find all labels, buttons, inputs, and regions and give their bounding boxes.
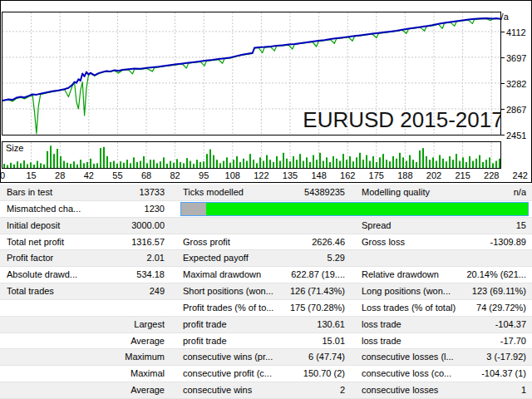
cell-value: 123 (69.11%) [453, 283, 526, 299]
cell-label: consecutive profit (c... [183, 366, 289, 382]
x-axis-label: 188 [397, 170, 412, 181]
cell-value: 1230 [50, 201, 165, 217]
cell-value: 2 [289, 382, 345, 398]
y-axis-label: 3697 [506, 53, 531, 63]
y-axis-label: 2867 [506, 105, 531, 115]
modelling-quality-progress-bar [180, 202, 529, 216]
cell-value: -104.37 [453, 317, 526, 332]
x-axis-label: 28 [55, 170, 65, 181]
cell-value: Largest [50, 317, 165, 332]
cell-value: 1316.57 [50, 234, 165, 250]
cell-value: 534.18 [50, 267, 165, 283]
cell-value: Average [50, 333, 165, 349]
table-row: Absolute drawd...534.18Maximal drawdown6… [0, 267, 532, 283]
cell-value [50, 300, 165, 316]
cell-value: 74 (29.72%) [453, 300, 526, 316]
y-axis-label: 2451 [506, 131, 531, 140]
cell-value: 1 [453, 382, 526, 398]
cell-value: 2626.46 [289, 234, 345, 250]
cell-value: -17.70 [453, 333, 526, 349]
x-axis-label: 15 [26, 170, 36, 181]
cell-value: 15.01 [289, 333, 345, 349]
strategy-tester-report: Balance / Equity / Every tick (the most … [0, 0, 532, 399]
table-row: Total net profit1316.57Gross profit2626.… [0, 234, 532, 251]
table-row: Profit trades (% of to...175 (70.28%)Los… [0, 300, 532, 317]
y-axis-tick [501, 32, 505, 32]
cell-value: 249 [50, 283, 165, 299]
size-subchart-label: Size [6, 143, 23, 153]
x-axis-label: 215 [455, 170, 470, 181]
y-axis-tick [501, 109, 505, 110]
cell-value: Average [50, 382, 165, 398]
progress-gray-segment [181, 203, 206, 215]
cell-value: -104.37 (1) [453, 366, 526, 382]
graph-title: Balance / Equity / Every tick (the most … [3, 2, 509, 12]
size-bars [3, 145, 500, 168]
cell-value: 175 (70.28%) [289, 300, 345, 316]
x-axis-label: 202 [426, 170, 441, 181]
x-axis-label: 68 [141, 170, 151, 181]
chart-canvas: EURUSD 2015-2017 [2, 12, 500, 135]
progress-green-segment [206, 203, 528, 215]
cell-label: consecutive wins (pr... [183, 349, 289, 365]
cell-label: Maximal drawdown [183, 267, 289, 283]
cell-value: n/a [453, 185, 526, 200]
x-axis-label: 95 [199, 170, 209, 181]
symbol-period-watermark: EURUSD 2015-2017 [303, 107, 500, 132]
x-axis-label: 42 [84, 170, 94, 181]
y-axis-tick [501, 135, 505, 135]
table-row: Initial deposit3000.00Spread15 [0, 218, 532, 234]
cell-value: Maximal [50, 366, 165, 382]
x-axis-label: 55 [112, 170, 122, 181]
x-axis-label: 228 [484, 170, 499, 181]
x-axis-label: 82 [170, 170, 180, 181]
table-row: Bars in test13733Ticks modelled54389235M… [0, 185, 532, 201]
table-row: Maximalconsecutive profit (c...150.70 (2… [0, 366, 532, 382]
cell-value: 5.29 [289, 250, 345, 266]
cell-label: consecutive wins [183, 382, 289, 398]
cell-label: Profit trades (% of to... [183, 300, 289, 316]
x-axis-label: 242 [513, 170, 528, 181]
balance-line [2, 18, 500, 101]
balance-equity-chart[interactable]: EURUSD 2015-2017 [2, 12, 501, 135]
table-row: Averageconsecutive wins2consecutive loss… [0, 382, 532, 399]
x-axis-label: 175 [369, 170, 384, 181]
size-subchart: Size [2, 141, 501, 169]
cell-value: 13733 [50, 185, 165, 200]
size-bars-canvas [2, 142, 500, 168]
cell-label: Gross profit [183, 234, 289, 250]
y-axis-label: 4112 [506, 27, 531, 37]
y-axis-tick [501, 83, 505, 84]
x-axis-label: 135 [283, 170, 298, 181]
cell-value: 2.01 [50, 250, 165, 266]
report-table: Bars in test13733Ticks modelled54389235M… [0, 185, 532, 399]
table-row: Mismatched cha...1230 [0, 201, 532, 218]
x-axis-label: 122 [254, 170, 268, 181]
cell-label: profit trade [183, 317, 289, 332]
table-row: Profit factor2.01Expected payoff5.29 [0, 250, 532, 267]
table-row: Largestprofit trade130.61loss trade-104.… [0, 317, 532, 333]
cell-value: Maximum [50, 349, 165, 365]
cell-value [453, 250, 526, 266]
cell-value: 622.87 (19.... [289, 267, 345, 283]
cell-value [289, 218, 345, 234]
x-axis-label: 0 [0, 170, 5, 181]
table-row: Total trades249Short positions (won...12… [0, 283, 532, 300]
y-axis-tick [501, 57, 505, 58]
cell-value: -1309.89 [453, 234, 526, 250]
cell-value: 54389235 [289, 185, 345, 200]
cell-label: profit trade [183, 333, 289, 349]
cell-value: 150.70 (2) [289, 366, 345, 382]
cell-label: Short positions (won... [183, 283, 289, 299]
table-row: Maximumconsecutive wins (pr...6 (47.74)c… [0, 349, 532, 366]
y-axis-label: 3282 [506, 79, 531, 89]
cell-value: 6 (47.74) [289, 349, 345, 365]
cell-value: 3 (-17.92) [453, 349, 526, 365]
cell-label: Ticks modelled [183, 185, 289, 200]
cell-value: 15 [453, 218, 526, 234]
table-row: Averageprofit trade15.01loss trade-17.70 [0, 333, 532, 350]
cell-value: 126 (71.43%) [289, 283, 345, 299]
x-axis-label: 162 [340, 170, 355, 181]
cell-label [183, 218, 289, 234]
cell-value: 3000.00 [50, 218, 165, 234]
